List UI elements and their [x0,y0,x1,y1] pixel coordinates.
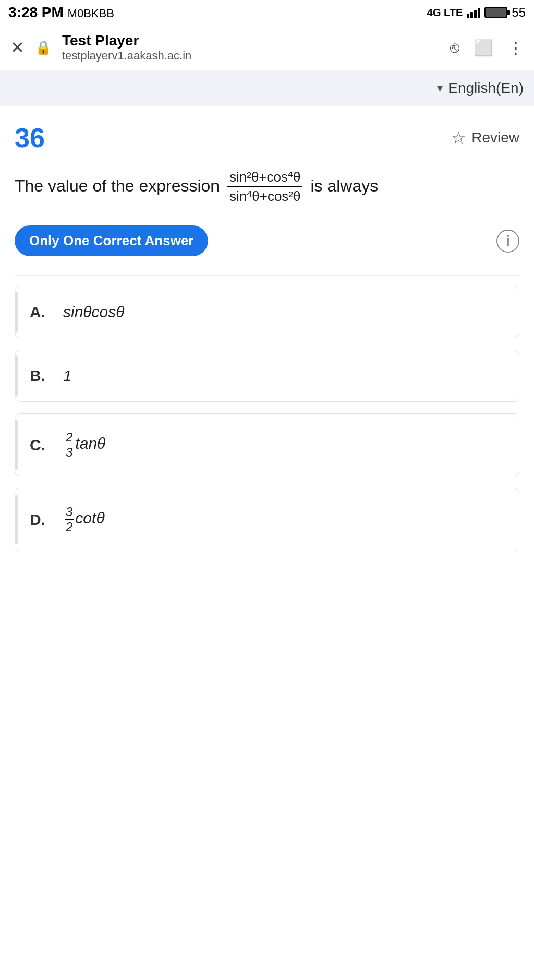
question-text-after: is always [310,176,378,195]
menu-icon[interactable]: ⋮ [508,39,524,57]
browser-title: Test Player [62,32,440,49]
option-d-content: 3 2 cotθ [63,505,105,534]
signal-icon [467,7,480,18]
star-icon: ☆ [451,128,466,148]
browser-bar: ✕ 🔒 Test Player testplayerv1.aakash.ac.i… [0,25,534,70]
question-body: The value of the expression sin²θ+cos⁴θ … [15,169,519,205]
question-number: 36 [15,122,45,153]
option-c-fraction-num: 2 [65,431,74,445]
option-b[interactable]: B. 1 [15,350,519,402]
status-time: 3:28 PM M0BKBB [8,4,114,21]
browser-actions: ⎋ ⬜ ⋮ [450,39,524,57]
option-d-fraction: 3 2 [65,505,74,534]
language-selector[interactable]: ▾ English(En) [437,80,524,97]
lock-icon: 🔒 [35,40,52,56]
fraction-denominator: sin⁴θ+cos²θ [227,187,302,205]
browser-domain: testplayerv1.aakash.ac.in [62,49,440,63]
language-label: English(En) [448,80,524,97]
answer-type-row: Only One Correct Answer i [15,225,519,256]
bookmark-icon[interactable]: ⬜ [474,39,493,57]
option-d-suffix: cotθ [75,509,104,527]
lte-label: 4G LTE [427,7,463,19]
option-d[interactable]: D. 3 2 cotθ [15,488,519,551]
review-button[interactable]: ☆ Review [451,128,519,148]
option-a[interactable]: A. sinθcosθ [15,286,519,338]
language-bar: ▾ English(En) [0,70,534,106]
status-bar: 3:28 PM M0BKBB 4G LTE 55 [0,0,534,25]
battery-level: 55 [512,5,526,20]
question-fraction: sin²θ+cos⁴θ sin⁴θ+cos²θ [224,176,310,195]
status-icons: 4G LTE 55 [427,5,526,20]
main-content: 36 ☆ Review The value of the expression … [0,106,534,567]
battery-icon [484,7,507,18]
url-info: Test Player testplayerv1.aakash.ac.in [62,32,440,63]
option-d-fraction-den: 2 [65,520,74,534]
question-text-before: The value of the expression [15,176,220,195]
option-c-fraction: 2 3 [65,431,74,459]
option-c-suffix: tanθ [75,435,105,452]
info-button[interactable]: i [496,230,519,253]
review-label: Review [471,129,519,146]
option-c-fraction-den: 3 [65,445,74,459]
chevron-down-icon: ▾ [437,81,443,95]
option-c-label: C. [30,436,51,454]
divider [15,275,519,276]
option-a-content: sinθcosθ [63,303,125,321]
question-header: 36 ☆ Review [15,122,519,153]
option-a-label: A. [30,303,51,321]
fraction-numerator: sin²θ+cos⁴θ [227,169,302,187]
option-b-content: 1 [63,367,72,385]
answer-type-badge[interactable]: Only One Correct Answer [15,225,208,256]
share-icon[interactable]: ⎋ [450,39,459,56]
option-c[interactable]: C. 2 3 tanθ [15,413,519,476]
close-icon[interactable]: ✕ [10,38,25,57]
option-d-label: D. [30,511,51,529]
option-b-label: B. [30,367,51,385]
option-c-content: 2 3 tanθ [63,431,105,459]
options-container: A. sinθcosθ B. 1 C. 2 3 tanθ D. 3 2 [15,286,519,551]
option-d-fraction-num: 3 [65,505,74,519]
